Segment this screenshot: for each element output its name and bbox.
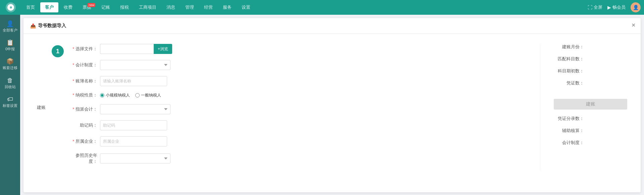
vip-icon: ▶ (607, 5, 611, 10)
sidebar-label-all-customers: 全部客户 (3, 28, 17, 32)
file-input[interactable] (100, 44, 154, 54)
nav-tax[interactable]: 报税 (115, 2, 134, 12)
sidebar-label-declare: 0申报 (5, 47, 15, 51)
radio-general-tax[interactable]: 一般纳税人 (135, 92, 161, 98)
memo-row: 助记码： (70, 120, 533, 130)
accounting-system-label: * 会计制度： (70, 62, 97, 68)
browse-button[interactable]: +浏览 (154, 44, 172, 54)
sidebar-item-account-migration[interactable]: 📦 账套迁移 (1, 56, 19, 73)
migration-icon: 📦 (6, 58, 14, 64)
tax-nature-row: * 纳税性质： 小规模纳税人 一般纳税人 (70, 92, 533, 98)
ledger-name-row: * 账簿名称： (70, 76, 533, 86)
user-avatar[interactable]: 👤 (631, 2, 641, 12)
dialog-title: 导爷数据导入 (38, 23, 66, 29)
nav-items: 首页 客户 收费 票据 new 记账 报税 工商项目 消息 管理 经营 服务 设… (21, 2, 588, 12)
sidebar-item-recycle[interactable]: 🗑 回收站 (1, 75, 19, 92)
initial-subjects-label: 科目期初数： (554, 68, 584, 74)
sidebar-label-recycle: 回收站 (5, 85, 16, 89)
nav-accounting[interactable]: 记账 (97, 2, 115, 12)
company-input[interactable] (100, 136, 167, 146)
nav-manage[interactable]: 管理 (181, 2, 199, 12)
file-label: * 选择文件： (70, 46, 97, 52)
nav-message[interactable]: 消息 (162, 2, 180, 12)
radio-small-tax-label: 小规模纳税人 (106, 92, 130, 98)
radio-general-tax-label: 一般纳税人 (141, 92, 161, 98)
right-accounting-system-row: 会计制度： (554, 140, 627, 146)
history-year-label: 参照历史年度： (70, 152, 97, 165)
assign-accountant-row: * 指派会计： (70, 104, 533, 114)
person-icon: 👤 (6, 21, 14, 27)
dialog-card: 📤 导爷数据导入 × 建账 1 * 选择文件： (23, 18, 641, 192)
required-star3: * (72, 78, 74, 83)
top-nav: ✿ 首页 客户 收费 票据 new 记账 报税 工商项目 消息 管理 经营 服务… (0, 0, 644, 15)
required-star2: * (72, 62, 74, 67)
main-content: 📤 导爷数据导入 × 建账 1 * 选择文件： (20, 15, 644, 195)
aux-calc-label: 辅助核算： (554, 128, 584, 134)
accounting-system-select[interactable] (100, 60, 170, 70)
tag-icon: 🏷 (7, 96, 13, 102)
voucher-row: 凭证数： (554, 80, 627, 86)
sidebar: 👤 全部客户 📋 0申报 📦 账套迁移 🗑 回收站 🏷 标签设置 (0, 15, 20, 195)
required-star: * (72, 46, 74, 51)
required-star5: * (72, 107, 74, 112)
form-right: 建账月份： 匹配科目数： 科目期初数： 凭证数： 建账 (540, 44, 627, 171)
right-accounting-system-label: 会计制度： (554, 140, 584, 146)
nav-finance[interactable]: 经营 (199, 2, 217, 12)
form-left: 建账 1 * 选择文件： +浏览 (37, 44, 533, 171)
dialog-title-icon: 📤 (30, 23, 36, 28)
radio-general-tax-input[interactable] (135, 93, 140, 97)
history-year-select[interactable] (100, 153, 170, 164)
nav-home[interactable]: 首页 (21, 2, 40, 12)
vip-button[interactable]: ▶ 畅会员 (607, 4, 626, 10)
nav-invoice[interactable]: 票据 new (78, 2, 96, 12)
step-badge: 1 (52, 45, 64, 57)
voucher-label: 凭证数： (554, 80, 584, 86)
new-badge: new (88, 3, 95, 7)
file-row: * 选择文件： +浏览 (70, 44, 533, 54)
app-logo[interactable]: ✿ (3, 0, 18, 15)
fullscreen-button[interactable]: ⛶ 全屏 (588, 4, 602, 10)
build-account-button[interactable]: 建账 (554, 99, 627, 110)
fullscreen-icon: ⛶ (588, 5, 592, 10)
company-label: * 所属企业： (70, 138, 97, 144)
nav-customer[interactable]: 客户 (40, 2, 58, 12)
declare-icon: 📋 (6, 40, 14, 46)
ledger-name-label: * 账簿名称： (70, 78, 97, 84)
radio-small-tax[interactable]: 小规模纳税人 (100, 92, 130, 98)
nav-settings[interactable]: 设置 (237, 2, 255, 12)
form-container: 建账 1 * 选择文件： +浏览 (23, 34, 641, 181)
recycle-icon: 🗑 (7, 77, 13, 83)
voucher-entries-label: 凭证分录数： (554, 116, 584, 122)
nav-right: ⛶ 全屏 ▶ 畅会员 👤 (588, 2, 641, 12)
tax-nature-radio-group: 小规模纳税人 一般纳税人 (100, 92, 161, 98)
assign-accountant-select[interactable] (100, 104, 170, 114)
match-subjects-label: 匹配科目数： (554, 56, 584, 62)
sidebar-item-declare[interactable]: 📋 0申报 (1, 37, 19, 54)
build-month-row: 建账月份： (554, 44, 627, 50)
memo-label: 助记码： (70, 122, 97, 128)
memo-input[interactable] (100, 120, 167, 130)
sidebar-item-tag-settings[interactable]: 🏷 标签设置 (1, 93, 19, 111)
accounting-system-row: * 会计制度： (70, 60, 533, 70)
tax-nature-label: * 纳税性质： (70, 92, 97, 98)
build-month-label: 建账月份： (554, 44, 584, 50)
history-year-row: 参照历史年度： (70, 152, 533, 165)
required-star4: * (72, 92, 74, 97)
nav-fees[interactable]: 收费 (59, 2, 77, 12)
nav-business[interactable]: 工商项目 (134, 2, 161, 12)
form-fields: * 选择文件： +浏览 * 会计制度： (70, 44, 533, 171)
dialog-header: 📤 导爷数据导入 × (23, 18, 641, 34)
voucher-entries-row: 凭证分录数： (554, 116, 627, 122)
sidebar-label-tag: 标签设置 (3, 104, 17, 108)
match-subjects-row: 匹配科目数： (554, 56, 627, 62)
radio-small-tax-input[interactable] (100, 93, 104, 97)
company-row: * 所属企业： (70, 136, 533, 146)
ledger-name-input[interactable] (100, 76, 167, 86)
aux-calc-row: 辅助核算： (554, 128, 627, 134)
nav-service[interactable]: 服务 (218, 2, 236, 12)
sidebar-item-all-customers[interactable]: 👤 全部客户 (1, 18, 19, 35)
required-star6: * (72, 139, 74, 144)
close-button[interactable]: × (632, 22, 635, 28)
step-label: 建账 (37, 105, 46, 111)
initial-subjects-row: 科目期初数： (554, 68, 627, 74)
